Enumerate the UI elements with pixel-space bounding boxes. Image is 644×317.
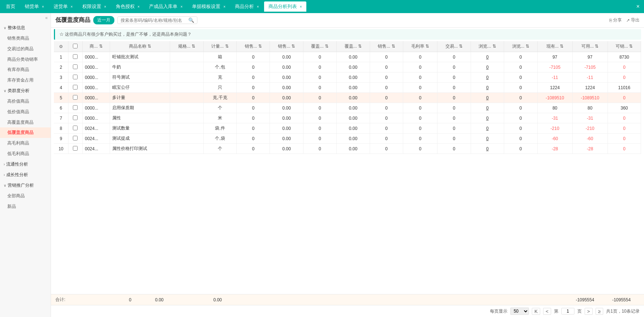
cell-browse1[interactable]: 0 bbox=[471, 83, 504, 93]
nav-tab-analysis-list-close[interactable]: × bbox=[300, 5, 302, 9]
nav-tab-home[interactable]: 首页 bbox=[1, 1, 20, 12]
nav-tab-product-in-close[interactable]: × bbox=[180, 5, 182, 9]
row-checkbox[interactable] bbox=[73, 54, 78, 59]
col-transaction[interactable]: 交易... ⇅ bbox=[437, 41, 471, 52]
cell-browse1[interactable]: 0 bbox=[471, 103, 504, 113]
row-checkbox[interactable] bbox=[73, 136, 78, 140]
cell-browse1[interactable]: 0 bbox=[471, 62, 504, 72]
sidebar-section-cluster[interactable]: ∨ 类群度分析 bbox=[0, 86, 51, 96]
page-number-input[interactable] bbox=[561, 308, 574, 314]
sidebar-item-category-rate[interactable]: 商品分类动销率 bbox=[0, 54, 51, 65]
sidebar-section-growth-label: 成长性分析 bbox=[6, 172, 28, 178]
last-page-button[interactable]: ≥ bbox=[596, 308, 603, 315]
nav-tab-purchase[interactable]: 进货单 × bbox=[49, 1, 77, 12]
row-checkbox[interactable] bbox=[73, 64, 78, 69]
sidebar-item-low-margin[interactable]: 低毛利商品 bbox=[0, 148, 51, 159]
prev-page-button[interactable]: < bbox=[543, 308, 551, 315]
sidebar-item-sales-products[interactable]: 销售类商品 bbox=[0, 33, 51, 44]
sidebar-item-stock-capital[interactable]: 库存资金占用 bbox=[0, 75, 51, 86]
table-container[interactable]: ⚙ 商... ⇅ 商品名称 ⇅ 规格... ⇅ 计量... ⇅ 销售... ⇅ … bbox=[51, 41, 644, 294]
cell-checkbox[interactable] bbox=[68, 52, 82, 62]
export-button[interactable]: ↗ 导出 bbox=[626, 17, 640, 23]
per-page-select[interactable]: 50 10 20 100 bbox=[510, 308, 529, 315]
sidebar-item-low-coverage[interactable]: 低覆盖度商品 bbox=[0, 127, 51, 138]
nav-tab-analysis-list[interactable]: 商品分析列表 × bbox=[264, 1, 306, 12]
nav-tab-product-in[interactable]: 产成品入库单 × bbox=[145, 1, 187, 12]
col-current-stock[interactable]: 现有... ⇅ bbox=[537, 41, 572, 52]
cell-transaction: 0 bbox=[437, 62, 471, 72]
sidebar-section-liquidity[interactable]: › 流通性分析 bbox=[0, 159, 51, 170]
nav-tab-permission[interactable]: 权限设置 × bbox=[78, 1, 111, 12]
nav-tab-permission-close[interactable]: × bbox=[104, 5, 106, 9]
col-name[interactable]: 商品名称 ⇅ bbox=[110, 41, 170, 52]
cell-browse1[interactable]: 0 bbox=[471, 134, 504, 144]
first-page-button[interactable]: K bbox=[532, 308, 540, 315]
close-all-button[interactable]: × bbox=[633, 3, 643, 10]
col-spec[interactable]: 规格... ⇅ bbox=[170, 41, 203, 52]
col-unit[interactable]: 计量... ⇅ bbox=[203, 41, 236, 52]
sidebar-section-overall[interactable]: ∨ 整体信息 bbox=[0, 23, 51, 33]
cell-checkbox[interactable] bbox=[68, 113, 82, 123]
row-checkbox[interactable] bbox=[73, 95, 78, 100]
col-code[interactable]: 商... ⇅ bbox=[83, 41, 110, 52]
col-browse2[interactable]: 浏览... ⇅ bbox=[504, 41, 537, 52]
col-sales3[interactable]: 销售... ⇅ bbox=[370, 41, 403, 52]
row-checkbox[interactable] bbox=[73, 105, 78, 110]
col-checkbox[interactable] bbox=[68, 41, 82, 52]
col-sales-amt[interactable]: 销售... ⇅ bbox=[270, 41, 303, 52]
nav-tab-analysis-close[interactable]: × bbox=[257, 5, 259, 9]
cell-checkbox[interactable] bbox=[68, 72, 82, 83]
cell-code: 0000... bbox=[83, 72, 110, 83]
row-checkbox[interactable] bbox=[73, 146, 78, 151]
nav-tab-purchase-close[interactable]: × bbox=[71, 5, 73, 9]
share-button[interactable]: ⎘ 分享 bbox=[609, 17, 622, 23]
col-browse1[interactable]: 浏览... ⇅ bbox=[471, 41, 504, 52]
cell-browse1[interactable]: 0 bbox=[471, 113, 504, 123]
filter-month-button[interactable]: 近一月 bbox=[93, 16, 114, 24]
col-coverage1[interactable]: 覆盖... ⇅ bbox=[303, 41, 336, 52]
search-input[interactable] bbox=[121, 18, 187, 23]
cell-browse1[interactable]: 0 bbox=[471, 72, 504, 83]
sidebar-item-new-products[interactable]: 新品 bbox=[0, 201, 51, 212]
cell-checkbox[interactable] bbox=[68, 93, 82, 103]
cell-checkbox[interactable] bbox=[68, 83, 82, 93]
col-available-stock[interactable]: 可用... ⇅ bbox=[573, 41, 608, 52]
cell-browse1[interactable]: 0 bbox=[471, 144, 504, 154]
nav-tab-template[interactable]: 单据模板设置 × bbox=[188, 1, 230, 12]
cell-checkbox[interactable] bbox=[68, 62, 82, 72]
nav-tab-sales[interactable]: 销货单 × bbox=[20, 1, 48, 12]
sidebar-section-growth[interactable]: › 成长性分析 bbox=[0, 170, 51, 180]
nav-tab-analysis[interactable]: 商品分析 × bbox=[231, 1, 263, 12]
row-checkbox[interactable] bbox=[73, 85, 78, 90]
sidebar-section-marketing[interactable]: ∨ 营销推广分析 bbox=[0, 180, 51, 191]
next-page-button[interactable]: > bbox=[585, 308, 593, 315]
sidebar-item-high-value[interactable]: 高价值商品 bbox=[0, 96, 51, 107]
nav-tab-role-close[interactable]: × bbox=[138, 5, 140, 9]
col-settings[interactable]: ⚙ bbox=[54, 41, 68, 52]
col-gross-margin[interactable]: 毛利率 ⇅ bbox=[403, 41, 437, 52]
cell-checkbox[interactable] bbox=[68, 123, 82, 134]
select-all-checkbox[interactable] bbox=[73, 44, 78, 48]
sidebar-item-stock-products[interactable]: 有库存商品 bbox=[0, 64, 51, 75]
sidebar-item-traded-products[interactable]: 交易过的商品 bbox=[0, 44, 51, 54]
sidebar-collapse-button[interactable]: « bbox=[0, 13, 51, 23]
cell-checkbox[interactable] bbox=[68, 144, 82, 154]
cell-browse1[interactable]: 0 bbox=[471, 93, 504, 103]
sidebar-item-all-products[interactable]: 全部商品 bbox=[0, 191, 51, 201]
nav-tab-role[interactable]: 角色授权 × bbox=[111, 1, 144, 12]
col-coverage2[interactable]: 覆盖... ⇅ bbox=[337, 41, 370, 52]
row-checkbox[interactable] bbox=[73, 115, 78, 120]
row-checkbox[interactable] bbox=[73, 126, 78, 130]
cell-checkbox[interactable] bbox=[68, 103, 82, 113]
sidebar-item-high-margin[interactable]: 高毛利商品 bbox=[0, 138, 51, 148]
sidebar-item-low-value[interactable]: 低价值商品 bbox=[0, 107, 51, 117]
nav-tab-sales-close[interactable]: × bbox=[42, 5, 44, 9]
cell-browse1[interactable]: 0 bbox=[471, 52, 504, 62]
nav-tab-template-close[interactable]: × bbox=[223, 5, 225, 9]
row-checkbox[interactable] bbox=[73, 75, 78, 79]
sidebar-item-high-coverage[interactable]: 高覆盖度商品 bbox=[0, 117, 51, 128]
cell-checkbox[interactable] bbox=[68, 134, 82, 144]
col-sellable[interactable]: 可销... ⇅ bbox=[608, 41, 641, 52]
cell-browse1[interactable]: 0 bbox=[471, 123, 504, 134]
col-sales-qty[interactable]: 销售... ⇅ bbox=[237, 41, 270, 52]
